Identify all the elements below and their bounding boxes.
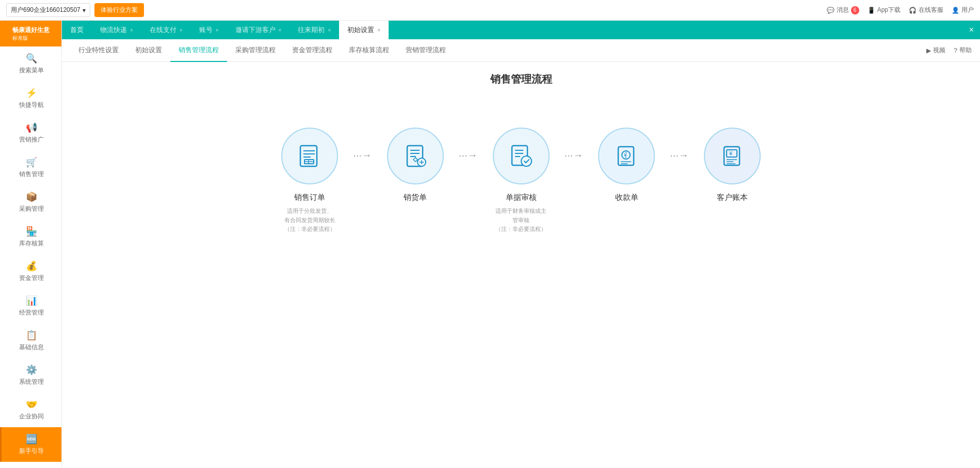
arrow-2: ···→ [459,128,478,161]
home-tab-label: 首页 [70,25,84,35]
sidebar-label-operations: 经营管理 [19,308,44,317]
flow-step-receipt: ¥ 收款单 [585,128,668,207]
logo-subtitle: 标准版 [12,35,50,42]
sidebar-item-sales[interactable]: 🛒 销售管理 [0,150,61,185]
audit-name: 单据审核 [506,193,537,202]
sub-tab-fund-flow[interactable]: 资金管理流程 [284,40,341,62]
sidebar-label-quick: 快捷导航 [19,101,44,110]
nav-close-btn[interactable]: × [963,25,980,35]
invite-tab-close[interactable]: × [279,27,282,33]
app-download-link[interactable]: 📱 App下载 [867,6,901,14]
search-icon: 🔍 [26,53,37,64]
order-icon [296,143,323,169]
sidebar-item-marketing[interactable]: 📢 营销推广 [0,116,61,150]
message-badge: 6 [851,6,859,14]
content-area: 首页 物流快递 × 在线支付 × 账号 × 邀请下游客户 × 往来期初 × [62,21,980,468]
account-tab-label: 账号 [199,25,213,35]
flow-circle-audit [493,128,550,184]
nav-tab-period[interactable]: 往来期初 × [290,21,339,39]
sidebar-item-purchase[interactable]: 📦 采购管理 [0,185,61,220]
logistics-tab-close[interactable]: × [130,27,133,33]
nav-tab-init-settings[interactable]: 初始设置 × [339,21,389,39]
top-bar: 用户690企业1660120507 ▾ 体验行业方案 💬 消息 6 📱 App下… [0,0,980,21]
flow-step-sales-order: 销售订单 适用于分批发货、有合同发货周期较长（注：非必要流程） [268,128,351,234]
svg-text:¥: ¥ [623,152,627,158]
account-tab-close[interactable]: × [216,27,219,33]
video-link[interactable]: ▶ 视频 [926,46,945,55]
help-link[interactable]: ? 帮助 [954,46,972,55]
sales-mgmt-flow-tab-label: 营销管理流程 [406,45,446,55]
message-link[interactable]: 💬 消息 6 [827,6,859,14]
nav-tab-invite[interactable]: 邀请下游客户 × [227,21,290,39]
receipt-icon: ¥ [613,143,640,169]
quick-icon: ⚡ [26,87,37,99]
sidebar-label-purchase: 采购管理 [19,205,44,213]
basic-info-icon: 📋 [26,330,37,341]
enterprise-icon: 🤝 [26,399,37,410]
sidebar-label-sales: 销售管理 [19,170,44,179]
sidebar-item-search-menu[interactable]: 🔍 搜索菜单 [0,46,61,81]
nav-tab-account[interactable]: 账号 × [191,21,227,39]
sidebar-item-system[interactable]: ⚙️ 系统管理 [0,358,61,393]
sidebar-label-marketing: 营销推广 [19,135,44,144]
help-label: 帮助 [959,46,972,55]
sidebar-item-basic-info[interactable]: 📋 基础信息 [0,323,61,358]
video-label: 视频 [933,46,945,55]
online-service-label: 在线客服 [919,6,943,14]
app-icon: 📱 [867,7,875,14]
headphone-icon: 🎧 [909,7,917,14]
top-bar-left: 用户690企业1660120507 ▾ 体验行业方案 [6,3,144,17]
message-icon: 💬 [827,7,834,14]
sidebar-item-operations[interactable]: 📊 经营管理 [0,289,61,323]
finance-icon: 💰 [26,260,37,272]
user-select[interactable]: 用户690企业1660120507 ▾ [6,3,90,17]
sidebar-item-new-guide[interactable]: 🆕 新手引导 [0,427,61,462]
init-tab-close[interactable]: × [377,27,380,33]
sidebar-item-app-center[interactable]: 📱 应用中心 [0,462,61,468]
sidebar-item-quick-nav[interactable]: ⚡ 快捷导航 [0,81,61,116]
nav-tab-home[interactable]: 首页 [62,21,92,39]
sub-tab-init[interactable]: 初始设置 [127,40,170,62]
message-label: 消息 [837,6,849,14]
online-pay-tab-close[interactable]: × [180,27,183,33]
logo-area: 畅康通好生意 标准版 [0,21,61,46]
trial-btn[interactable]: 体验行业方案 [94,3,144,17]
sales-icon: 🛒 [26,157,37,168]
ledger-name: 客户账本 [717,193,748,202]
init-settings-tab-label: 初始设置 [135,45,162,55]
purchase-icon: 📦 [26,191,37,202]
flow-step-ledger: ¥ 客户账本 [691,128,774,207]
sidebar-item-finance[interactable]: 💰 资金管理 [0,254,61,289]
sidebar-item-inventory[interactable]: 🏪 库存核算 [0,220,61,254]
sub-tab-right: ▶ 视频 ? 帮助 [926,46,972,55]
period-tab-close[interactable]: × [328,27,331,33]
audit-icon [508,143,535,169]
fund-flow-tab-label: 资金管理流程 [292,45,332,55]
flow-step-audit: 单据审核 适用于财务审核或主管审核（注：非必要流程） [480,128,563,234]
operations-icon: 📊 [26,295,37,306]
user-avatar-link[interactable]: 👤 用户 [952,6,974,14]
page-title: 销售管理流程 [72,72,970,86]
guide-icon: 🆕 [26,433,37,445]
app-download-label: App下载 [877,6,901,14]
sidebar-label-enterprise: 企业协同 [19,412,44,421]
question-icon: ? [954,47,957,54]
logo-title: 畅康通好生意 [12,26,50,35]
online-service-link[interactable]: 🎧 在线客服 [909,6,943,14]
flow-circle-sales-order [281,128,338,184]
sub-tab-industry[interactable]: 行业特性设置 [70,40,127,62]
sidebar-item-enterprise[interactable]: 🤝 企业协同 [0,393,61,427]
sub-tab-inventory-flow[interactable]: 库存核算流程 [341,40,397,62]
ledger-icon: ¥ [719,143,746,169]
period-tab-label: 往来期初 [298,25,325,35]
logistics-tab-label: 物流快递 [100,25,127,35]
sidebar-label-system: 系统管理 [19,378,44,386]
arrow-3: ···→ [565,128,584,161]
sub-tab-purchase-flow[interactable]: 采购管理流程 [227,40,284,62]
sub-tab-sales-flow[interactable]: 销售管理流程 [170,40,227,62]
nav-tab-online-pay[interactable]: 在线支付 × [141,21,191,39]
inventory-flow-tab-label: 库存核算流程 [349,45,389,55]
nav-tab-logistics[interactable]: 物流快递 × [92,21,141,39]
sales-flow-tab-label: 销售管理流程 [179,45,219,55]
sub-tab-sales-mgmt-flow[interactable]: 营销管理流程 [397,40,454,62]
